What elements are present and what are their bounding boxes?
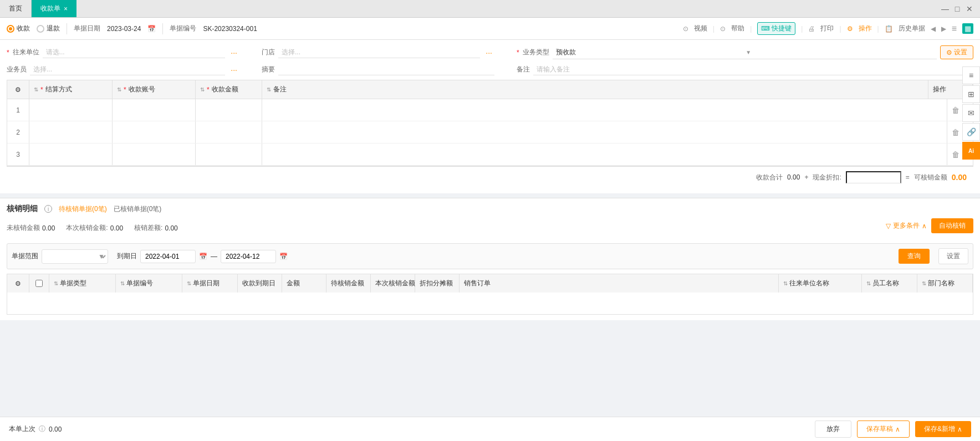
date-from-input[interactable]	[140, 250, 196, 263]
nav-left-icon[interactable]: ◀	[931, 25, 936, 33]
close-button[interactable]: ✕	[966, 5, 973, 13]
td-account-3[interactable]	[113, 143, 196, 165]
radio-shoukuan[interactable]: 收款	[7, 24, 30, 33]
td-amount-3[interactable]	[196, 143, 262, 165]
sort-date[interactable]: ⇅	[187, 281, 191, 286]
td-amount-2[interactable]	[196, 121, 262, 143]
remark-input[interactable]	[533, 64, 973, 75]
req-account: *	[124, 86, 126, 94]
sort-icon-account[interactable]: ⇅	[117, 87, 121, 93]
range-field: 单据范围 ▼	[12, 249, 108, 264]
sort-type[interactable]: ⇅	[54, 281, 58, 286]
salesperson-input[interactable]	[30, 64, 225, 75]
sidebar-icon-5[interactable]: Ai	[962, 142, 980, 160]
maximize-button[interactable]: □	[953, 5, 961, 13]
td-account-2[interactable]	[113, 121, 196, 143]
discount-input[interactable]	[846, 171, 901, 183]
radio-tuikuan[interactable]: 退款	[37, 24, 60, 33]
sidebar-icon-4[interactable]: 🔗	[962, 123, 980, 141]
cal-icon-from[interactable]: 📅	[199, 253, 207, 260]
view-grid-icon[interactable]: ▦	[962, 23, 973, 34]
shop-more-btn[interactable]: ···	[483, 48, 494, 57]
bth-settings[interactable]: ⚙	[7, 274, 29, 293]
settings-button[interactable]: ⚙ 设置	[940, 45, 973, 59]
tab-shoukuan[interactable]: 收款单 ×	[32, 0, 76, 17]
shop-input[interactable]	[278, 47, 480, 58]
sidebar-icon-3[interactable]: ✉	[962, 104, 980, 122]
sort-dept[interactable]: ⇅	[922, 281, 926, 286]
th-settings[interactable]: ⚙	[7, 80, 29, 99]
bth-check[interactable]	[29, 274, 49, 293]
salesperson-more-btn[interactable]: ···	[228, 65, 239, 74]
btable-header: ⚙ ⇅ 单据类型 ⇅ 单据编号 ⇅ 单据日期 收款到期日 金额	[7, 274, 973, 293]
select-all-checkbox[interactable]	[35, 280, 43, 287]
recon-toolbar: ▽ 更多条件 ∧ 自动核销	[886, 218, 973, 233]
counter-input[interactable]	[43, 47, 226, 58]
delete-icon-1[interactable]: 🗑	[952, 106, 959, 115]
sort-icon-remark[interactable]: ⇅	[267, 87, 271, 93]
nav-right-icon[interactable]: ▶	[941, 25, 946, 33]
delete-icon-3[interactable]: 🗑	[952, 150, 959, 159]
pending-tab[interactable]: 待核销单据(0笔)	[59, 204, 107, 214]
sort-no[interactable]: ⇅	[120, 281, 125, 286]
date-field-value: 2023-03-24	[107, 25, 141, 33]
td-settle-3[interactable]	[29, 143, 113, 165]
sidebar-icon-1[interactable]: ≡	[962, 66, 980, 84]
filter-settings-button[interactable]: 设置	[938, 248, 968, 264]
biz-type-select[interactable]: 预收款 ▼	[553, 46, 937, 59]
help-link[interactable]: 帮助	[731, 24, 744, 33]
sort-partner[interactable]: ⇅	[783, 281, 788, 286]
radio-tuikuan-dot	[37, 25, 44, 33]
bth-type-label: 单据类型	[60, 279, 86, 288]
td-remark-1[interactable]	[262, 99, 947, 121]
date-field-label: 单据日期	[74, 24, 100, 33]
td-account-1[interactable]	[113, 99, 196, 121]
td-remark-3[interactable]	[262, 143, 947, 165]
date-to-input[interactable]	[221, 250, 276, 263]
view-list-icon[interactable]: ≡	[952, 24, 957, 34]
footer-spacer	[0, 320, 980, 353]
th-remark: ⇅ 备注	[262, 80, 928, 99]
range-select-container: ▼	[42, 249, 108, 264]
bth-this-label: 本次核销金额	[375, 279, 415, 288]
counter-more-btn[interactable]: ···	[228, 48, 239, 57]
sort-icon-settle[interactable]: ⇅	[34, 87, 38, 93]
range-select[interactable]	[42, 249, 108, 264]
summary-input[interactable]	[278, 64, 494, 75]
history-link[interactable]: 历史单据	[899, 24, 925, 33]
td-settle-2[interactable]	[29, 121, 113, 143]
operation-link[interactable]: 操作	[859, 24, 872, 33]
sidebar-icon-2[interactable]: ⊞	[962, 85, 980, 103]
cal-icon-to[interactable]: 📅	[279, 253, 288, 260]
bth-date-label: 单据日期	[193, 279, 220, 288]
more-filter-button[interactable]: ▽ 更多条件 ∧	[886, 221, 927, 230]
minimize-button[interactable]: —	[941, 5, 949, 13]
auto-button[interactable]: 自动核销	[931, 218, 973, 233]
bth-amount: 金额	[282, 274, 326, 293]
td-amount-1[interactable]	[196, 99, 262, 121]
td-remark-2[interactable]	[262, 121, 947, 143]
plus-sign: +	[804, 173, 808, 181]
bth-partner: ⇅ 往来单位名称	[779, 274, 862, 293]
tab-close-icon[interactable]: ×	[64, 5, 68, 13]
delete-icon-2[interactable]: 🗑	[952, 128, 959, 137]
tab-home[interactable]: 首页	[0, 0, 32, 17]
sort-staff[interactable]: ⇅	[866, 281, 871, 286]
recon-info-icon[interactable]: i	[44, 205, 52, 213]
th-action-label: 操作	[933, 85, 946, 94]
th-remark-label: 备注	[273, 85, 287, 94]
video-link[interactable]: 视频	[694, 24, 707, 33]
calendar-icon[interactable]: 📅	[147, 25, 156, 33]
req-settle: *	[40, 86, 43, 94]
print-link[interactable]: 打印	[820, 24, 834, 33]
query-button[interactable]: 查询	[899, 249, 930, 264]
summary-label: 摘要	[262, 65, 275, 74]
done-tab[interactable]: 已核销单据(0笔)	[114, 204, 162, 214]
table-header: ⚙ ⇅ * 结算方式 ⇅ * 收款账号 ⇅ * 收款金额	[7, 80, 973, 99]
sort-icon-amount[interactable]: ⇅	[200, 87, 205, 93]
bth-type: ⇅ 单据类型	[49, 274, 116, 293]
shortcut-button[interactable]: ⌨ 快捷键	[757, 22, 795, 35]
td-settle-1[interactable]	[29, 99, 113, 121]
due-date-label: 到期日	[117, 252, 137, 261]
filter-row: 单据范围 ▼ 到期日 📅 — 📅 查询 设置	[7, 243, 973, 269]
